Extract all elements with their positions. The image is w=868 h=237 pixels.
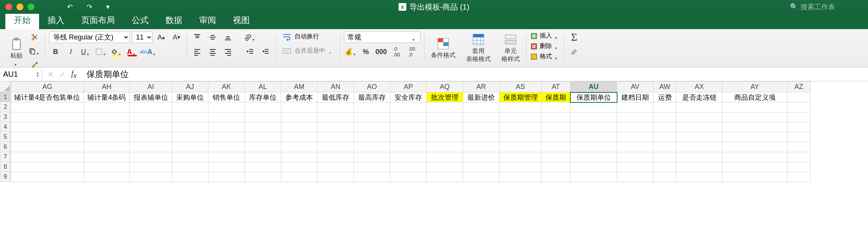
column-header[interactable]: AI <box>130 82 172 92</box>
format-as-table-button[interactable]: 套用 表格格式 <box>463 31 493 64</box>
spreadsheet-grid[interactable]: 123456789 AGAHAIAJAKALAMANAOAPAQARASATAU… <box>0 81 868 182</box>
conditional-formatting-button[interactable]: 条件格式 <box>428 36 458 61</box>
cell[interactable] <box>354 172 390 182</box>
cell[interactable] <box>84 102 130 112</box>
cell[interactable] <box>427 142 463 152</box>
redo-button[interactable]: ↷ <box>86 2 98 12</box>
row-header[interactable]: 3 <box>0 112 11 122</box>
undo-button[interactable]: ↶ <box>67 2 79 12</box>
cell[interactable]: 销售单位 <box>208 92 245 102</box>
cell[interactable] <box>390 152 427 162</box>
cell[interactable] <box>500 152 542 162</box>
percent-button[interactable]: % <box>359 46 372 58</box>
cell[interactable]: 辅计量4条码 <box>84 92 130 102</box>
cell[interactable] <box>172 122 208 132</box>
cell-styles-button[interactable]: 单元 格样式 <box>499 31 522 64</box>
cell[interactable] <box>676 162 722 172</box>
cell[interactable] <box>281 102 318 112</box>
cell[interactable] <box>617 132 653 142</box>
cell[interactable] <box>281 112 318 122</box>
clear-button[interactable] <box>568 45 581 57</box>
row-headers[interactable]: 123456789 <box>0 92 11 182</box>
cell[interactable] <box>427 172 463 182</box>
column-header[interactable]: AS <box>500 82 542 92</box>
cell[interactable] <box>11 142 84 152</box>
cell[interactable] <box>788 152 811 162</box>
cell[interactable] <box>653 132 676 142</box>
save-icon[interactable] <box>50 7 51 7</box>
cell[interactable] <box>722 102 788 112</box>
row-header[interactable]: 1 <box>0 92 11 102</box>
tab-formulas[interactable]: 公式 <box>123 12 157 29</box>
cell[interactable] <box>617 152 653 162</box>
column-header[interactable]: AX <box>676 82 722 92</box>
cell[interactable] <box>318 142 354 152</box>
number-format-select[interactable]: 常规 <box>344 31 421 43</box>
cell[interactable] <box>570 112 617 122</box>
cell[interactable] <box>542 132 570 142</box>
delete-cells-button[interactable]: 删除 <box>530 42 560 51</box>
cell[interactable]: 保质期 <box>542 92 570 102</box>
column-header[interactable]: AW <box>653 82 676 92</box>
cell[interactable] <box>245 172 281 182</box>
zoom-window-button[interactable] <box>28 3 34 10</box>
cell[interactable] <box>281 172 318 182</box>
cell[interactable] <box>427 162 463 172</box>
formula-input[interactable] <box>84 67 868 81</box>
tab-data[interactable]: 数据 <box>157 12 191 29</box>
cell[interactable]: 采购单位 <box>172 92 208 102</box>
cell[interactable]: 保质期管理 <box>500 92 542 102</box>
column-header[interactable]: AQ <box>427 82 463 92</box>
tab-view[interactable]: 视图 <box>224 12 258 29</box>
column-header[interactable]: AH <box>84 82 130 92</box>
column-header[interactable]: AT <box>542 82 570 92</box>
column-header[interactable]: AU <box>570 82 617 92</box>
format-cells-button[interactable]: 格式 <box>530 52 560 61</box>
cell[interactable] <box>172 152 208 162</box>
cell[interactable] <box>318 162 354 172</box>
cell[interactable] <box>84 162 130 172</box>
column-header[interactable]: AZ <box>788 82 811 92</box>
cell[interactable] <box>390 162 427 172</box>
cell[interactable] <box>542 112 570 122</box>
cell[interactable] <box>676 172 722 182</box>
cell[interactable] <box>676 122 722 132</box>
cell[interactable] <box>390 132 427 142</box>
cell[interactable] <box>427 132 463 142</box>
align-bottom-button[interactable] <box>221 31 234 43</box>
cell[interactable] <box>208 112 245 122</box>
cell[interactable] <box>208 132 245 142</box>
cell[interactable] <box>500 142 542 152</box>
cell[interactable] <box>208 172 245 182</box>
name-box-stepper[interactable]: ▴▾ <box>37 71 39 77</box>
qat-customize-button[interactable]: ▾ <box>106 2 110 12</box>
decrease-decimal-button[interactable]: .00.0 <box>405 46 418 58</box>
cell[interactable] <box>653 162 676 172</box>
cell[interactable] <box>172 112 208 122</box>
column-header[interactable]: AO <box>354 82 390 92</box>
bold-button[interactable]: B <box>49 46 62 58</box>
cell[interactable] <box>788 102 811 112</box>
row-header[interactable]: 2 <box>0 102 11 112</box>
cell[interactable] <box>130 172 172 182</box>
cell[interactable] <box>617 172 653 182</box>
cell[interactable] <box>617 102 653 112</box>
cell[interactable] <box>390 172 427 182</box>
row-header[interactable]: 6 <box>0 142 11 152</box>
cell[interactable] <box>318 152 354 162</box>
cell[interactable] <box>281 122 318 132</box>
cell[interactable] <box>11 112 84 122</box>
column-header[interactable]: AL <box>245 82 281 92</box>
cell[interactable] <box>542 162 570 172</box>
cell[interactable] <box>542 102 570 112</box>
cell[interactable] <box>84 122 130 132</box>
cell[interactable] <box>500 172 542 182</box>
font-family-select[interactable]: 等线 Regular (正文) <box>49 31 129 43</box>
cell[interactable] <box>653 172 676 182</box>
cell[interactable] <box>788 122 811 132</box>
decrease-indent-button[interactable] <box>244 46 257 58</box>
cell[interactable] <box>653 102 676 112</box>
cell[interactable] <box>500 122 542 132</box>
cell[interactable] <box>281 162 318 172</box>
cell[interactable]: 批次管理 <box>427 92 463 102</box>
